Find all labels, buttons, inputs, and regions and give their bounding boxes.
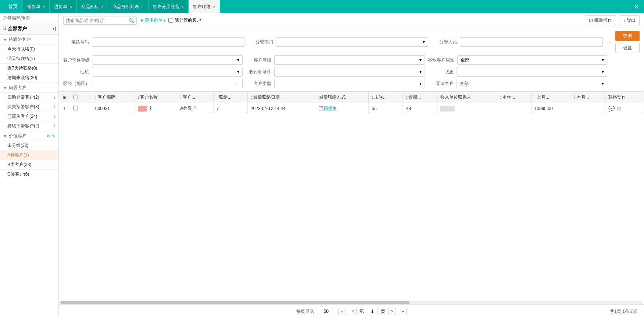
nature-select[interactable]: ▾ <box>92 67 243 77</box>
cell-this-month <box>571 103 605 114</box>
col-last-month[interactable]: : 上月... <box>531 92 571 103</box>
col-settings[interactable]: ⚙ <box>59 92 70 103</box>
filter-more-label: 更多条件 <box>145 17 162 24</box>
sidebar-item-abnormal[interactable]: 回购异常客户(2) ℹ <box>0 93 58 102</box>
export-button[interactable]: ↑ 导出 <box>619 15 640 25</box>
col-this-month[interactable]: : 本月... <box>571 92 605 103</box>
col-type[interactable]: : 客户... <box>177 92 213 103</box>
action-qr-icon[interactable]: ⊞ <box>617 106 621 112</box>
sidebar-search-input[interactable] <box>3 15 58 21</box>
nav-tab-purchase[interactable]: 进货单 × <box>50 0 76 13</box>
scrollbar-thumb[interactable] <box>60 301 409 304</box>
nav-tab-close[interactable]: × <box>141 4 143 9</box>
col-overdue[interactable]: : 逾期... <box>403 92 437 103</box>
region-dots[interactable]: ··· <box>233 81 239 86</box>
sidebar-item-today[interactable]: 今天待联络(0) <box>0 45 58 54</box>
nav-tab-label: 销售单 <box>27 4 40 10</box>
refresh-icon[interactable]: ↻ <box>47 134 50 139</box>
sidebar-item-overdue[interactable]: 逾期未联络(30) <box>0 73 58 83</box>
col-num <box>81 92 92 103</box>
action-chat-icon[interactable]: 💬 <box>608 106 615 112</box>
sidebar-item-tomorrow[interactable]: 明天待联络(1) <box>0 54 58 64</box>
horizontal-scrollbar[interactable] <box>59 300 644 304</box>
cell-code[interactable]: 000031 <box>92 103 135 114</box>
customer-table-container: ⚙ : 客户编码 : 客户名称 : 客户... : 联络... : 最后联络日期… <box>59 92 644 300</box>
status-select[interactable]: ▾ <box>457 67 607 77</box>
filter-more-conditions[interactable]: ▼ 更多条件 ▾ <box>140 17 165 24</box>
section-pending-label: 待联络客户 <box>9 36 31 43</box>
my-customers-checkbox[interactable] <box>168 18 173 23</box>
nav-tab-customer-tier[interactable]: 客户分层经营 × <box>149 0 189 13</box>
nav-tab-customer-contact[interactable]: 客户联络 × <box>189 0 220 13</box>
sidebar-item-class-b[interactable]: B类客户(33) <box>0 160 58 170</box>
nav-tab-analysis-list[interactable]: 商品分析列表 × <box>108 0 148 13</box>
sidebar-item-class-c[interactable]: C类客户(6) <box>0 170 58 179</box>
edit-icon[interactable]: ✎ <box>52 134 56 139</box>
sidebar-section-pending[interactable]: ▼ 待联络客户 <box>0 35 58 45</box>
prev-page-button[interactable]: < <box>349 308 357 315</box>
manager-dots-button[interactable]: ··· <box>606 39 612 45</box>
retail-attr-select[interactable]: 全部▾ <box>457 55 607 65</box>
last-page-button[interactable]: » <box>399 308 407 315</box>
settings-button[interactable]: 设置 <box>615 43 640 53</box>
window-close-button[interactable]: × <box>632 3 641 10</box>
nav-tab-analysis[interactable]: 商品分析 × <box>77 0 108 13</box>
next-page-button[interactable]: > <box>388 308 396 315</box>
sidebar-section-value[interactable]: ▼ 价值客户 ↻ ✎ <box>0 131 58 141</box>
sidebar-section-problem[interactable]: ▼ 问题客户 <box>0 83 58 93</box>
nav-home[interactable]: 首页 <box>3 0 23 13</box>
region-select[interactable]: ··· <box>93 79 243 88</box>
payment-select[interactable]: ▾ <box>274 67 425 77</box>
select-all-checkbox[interactable] <box>73 95 78 99</box>
nav-tab-close[interactable]: × <box>101 4 103 9</box>
price-level-select[interactable]: ▾ <box>93 55 243 65</box>
my-customers-checkbox-label[interactable]: 我分管的客户 <box>168 17 201 24</box>
col-name[interactable]: : 客户名称 <box>135 92 177 103</box>
sidebar-item-warning[interactable]: 流失预警客户(3) ℹ <box>0 102 58 112</box>
nav-tab-close[interactable]: × <box>43 4 45 9</box>
batch-ops-button[interactable]: ☑ 批量操作 <box>585 15 616 25</box>
dept-select[interactable]: ▾ <box>276 37 429 47</box>
row-checkbox[interactable] <box>73 106 78 110</box>
sidebar-collapse-button[interactable]: ◁ <box>52 26 56 31</box>
first-page-button[interactable]: « <box>338 308 346 315</box>
sidebar-item-ungroup[interactable]: 未分组(32) <box>0 141 58 151</box>
nav-tab-close[interactable]: × <box>213 4 215 9</box>
customer-type-select[interactable]: ▾ <box>274 79 425 88</box>
current-page-input[interactable] <box>367 308 378 315</box>
nav-tab-label: 客户联络 <box>193 4 211 10</box>
retail-attr-label: 零散客户属性 <box>428 57 454 63</box>
page-size-input[interactable] <box>317 308 335 315</box>
page-label: 页 <box>381 308 385 315</box>
phone-input[interactable] <box>92 37 244 47</box>
col-code[interactable]: : 客户编码 <box>92 92 135 103</box>
col-last-date[interactable]: : 最后联络日期 <box>247 92 316 103</box>
nav-tab-close[interactable]: × <box>69 4 72 9</box>
nav-tab-close[interactable]: × <box>182 4 184 9</box>
cell-checkbox <box>70 103 81 114</box>
filter-row-3: 性质 ▾ 收付款条件 ▾ 状态 ▾ <box>63 67 640 77</box>
retail-customer-select[interactable]: 全部▾ <box>457 79 607 88</box>
col-unit-contact[interactable]: 往来单位联系人 <box>437 92 497 103</box>
filter-search-input[interactable] <box>66 18 127 23</box>
col-uncontacted[interactable]: : 未联... <box>369 92 403 103</box>
col-last-method[interactable]: 最后联络方式 <box>316 92 369 103</box>
manager-input[interactable] <box>460 37 603 47</box>
sidebar-item-class-a[interactable]: A类客户(1) <box>0 151 58 160</box>
customer-level-select[interactable]: ▾ <box>274 55 425 65</box>
all-customers-label[interactable]: 全部客户 <box>8 25 27 32</box>
col-contacts[interactable]: : 联络... <box>213 92 247 103</box>
cell-uncontacted: 55 <box>369 103 403 114</box>
col-this-year[interactable]: : 本年... <box>497 92 531 103</box>
cell-last-month: 10995.00 <box>531 103 571 114</box>
col-checkbox <box>70 92 81 103</box>
cell-last-method[interactable]: 下销货单 <box>316 103 369 114</box>
sidebar-item-declining[interactable]: 持续下滑客户(2) ℹ <box>0 121 58 131</box>
nav-tab-sales[interactable]: 销售单 × <box>23 0 50 13</box>
page-word: 第 <box>359 308 364 315</box>
filter-search-icon[interactable]: 🔍 <box>129 18 134 23</box>
query-button[interactable]: 查询 <box>615 31 640 41</box>
filter-retail-customer: 零散客户 全部▾ <box>428 79 607 88</box>
sidebar-item-7days[interactable]: 近7天待联络(0) <box>0 64 58 73</box>
sidebar-item-lost[interactable]: 已流失客户(24) ℹ <box>0 112 58 121</box>
